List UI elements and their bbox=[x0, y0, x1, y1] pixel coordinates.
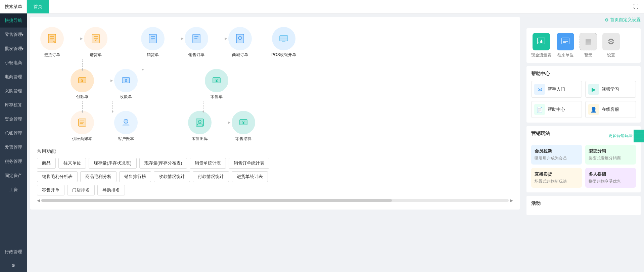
scroll-track[interactable] bbox=[41, 199, 509, 202]
func-btn-stock-dist[interactable]: 现存量(库存分布表) bbox=[139, 158, 187, 169]
sale-bill-icon bbox=[141, 27, 165, 50]
retail-bill-icon: ¥ bbox=[205, 69, 228, 92]
none-label: 暂无 bbox=[584, 52, 592, 58]
sidebar-item-fixed-assets[interactable]: 固定资产 bbox=[0, 169, 27, 183]
top-right: ⛶ bbox=[631, 2, 644, 11]
quick-icon-none[interactable]: ▦ 暂无 bbox=[580, 33, 597, 58]
svg-rect-19 bbox=[236, 34, 244, 43]
main-layout: 快捷导航 零售管理 ▼ 批发管理 ▼ 小畅电商 电商管理 采购管理 库存核算 资… bbox=[0, 13, 644, 272]
sidebar-item-ecom-mgmt[interactable]: 电商管理 bbox=[0, 70, 27, 84]
video-label: 视频学习 bbox=[602, 86, 619, 92]
func-btn-purchase-stat[interactable]: 进货单统计表 bbox=[232, 171, 268, 182]
quick-icons-row: 现金流量表 往来单位 ▦ 暂无 bbox=[531, 33, 636, 58]
arrow-pay-recv bbox=[97, 81, 111, 81]
pos-cashier-node: POS收银开单 bbox=[269, 27, 299, 58]
sidebar-item-quick-nav[interactable]: 快捷导航 bbox=[0, 13, 27, 28]
flow-row-1: 进货订单 ¥ 进货单 bbox=[37, 27, 513, 58]
svg-text:¥: ¥ bbox=[81, 78, 84, 83]
func-btn-related-unit[interactable]: 往来单位 bbox=[58, 158, 86, 169]
fullscreen-button[interactable]: ⛶ bbox=[631, 2, 641, 11]
sidebar-item-fund-mgmt[interactable]: 资金管理 bbox=[0, 112, 27, 126]
func-btn-stock-status[interactable]: 现存量(库存状况表) bbox=[89, 158, 137, 169]
service-icon: 👤 bbox=[588, 104, 599, 115]
v-spacer-4 bbox=[188, 59, 218, 69]
sidebar-item-invoice-mgmt[interactable]: 发票管理 bbox=[0, 140, 27, 154]
help-item-beginner[interactable]: ✉ 新手入门 bbox=[531, 81, 582, 98]
func-btn-sale-rank[interactable]: 销售排行榜 bbox=[119, 171, 151, 182]
retail-bill-label: 零售单 bbox=[211, 94, 223, 100]
sidebar-settings-button[interactable]: ⚙ bbox=[0, 259, 27, 272]
flow-row-2: ¥ 付款单 ¥ 收款单 bbox=[37, 69, 513, 100]
sidebar-item-more-mgmt[interactable]: 行政管理 bbox=[0, 245, 27, 259]
func-btn-sale-stat[interactable]: 销货单统计表 bbox=[190, 158, 226, 169]
marketing-member[interactable]: 会员拉新 吸引用户成为会员 bbox=[531, 145, 582, 165]
sale-bill-label: 销货单 bbox=[147, 52, 159, 58]
func-btn-guide-rank[interactable]: 导购排名 bbox=[97, 185, 125, 195]
scroll-right-arrow[interactable]: ▶ bbox=[510, 198, 513, 203]
quick-icon-related-unit[interactable]: 往来单位 bbox=[557, 33, 574, 58]
arrow-out-settle bbox=[215, 123, 228, 123]
sidebar-item-label: 税务管理 bbox=[5, 158, 22, 165]
sidebar-item-small-ecom[interactable]: 小畅电商 bbox=[0, 56, 27, 70]
v-arrow-retail bbox=[188, 101, 218, 111]
quick-icon-cash-flow[interactable]: 现金流量表 bbox=[531, 33, 551, 58]
purchase-bill-label: 进货单 bbox=[90, 52, 102, 58]
none-icon: ▦ bbox=[585, 37, 592, 46]
func-btn-receipt-stat[interactable]: 收款情况统计 bbox=[154, 171, 190, 182]
sidebar-item-stock-audit[interactable]: 库存核算 bbox=[0, 98, 27, 112]
help-item-video[interactable]: ▶ 视频学习 bbox=[585, 81, 636, 98]
chevron-down-icon: ▼ bbox=[21, 33, 24, 37]
func-btn-sale-order-stat[interactable]: 销售订单统计表 bbox=[229, 158, 269, 169]
sidebar-item-retail-mgmt[interactable]: 零售管理 ▼ bbox=[0, 28, 27, 42]
quick-icon-settings[interactable]: ⚙ 设置 bbox=[602, 33, 620, 58]
beginner-icon: ✉ bbox=[534, 84, 545, 95]
fission-sub: 裂变式发展分销商 bbox=[589, 155, 633, 161]
marketing-fission[interactable]: 裂变分销 裂变式发展分销商 bbox=[585, 145, 636, 165]
func-btn-goods-profit[interactable]: 商品毛利分析 bbox=[80, 171, 117, 182]
video-icon: ▶ bbox=[588, 84, 599, 95]
scroll-thumb bbox=[41, 199, 392, 202]
tab-home[interactable]: 首页 bbox=[27, 0, 49, 13]
sidebar-item-label: 小畅电商 bbox=[5, 60, 22, 66]
group-title: 多人拼团 bbox=[589, 171, 633, 177]
sidebar-item-label: 总账管理 bbox=[5, 130, 22, 136]
float-btn-desktop[interactable]: 桌面快捷 bbox=[634, 138, 644, 142]
help-item-help[interactable]: 📄 帮助中心 bbox=[531, 101, 582, 118]
func-buttons-row2: 销售毛利分析表 商品毛利分析 销售排行榜 收款情况统计 付款情况统计 进货单统计… bbox=[37, 171, 513, 182]
func-btn-payment-stat[interactable]: 付款情况统计 bbox=[193, 171, 229, 182]
sidebar-item-purchase-mgmt[interactable]: 采购管理 bbox=[0, 84, 27, 98]
mall-order-node: 商城订单 bbox=[225, 27, 255, 58]
float-btn-community[interactable]: 服务社区 bbox=[634, 134, 644, 138]
sidebar-item-wholesale-mgmt[interactable]: 批发管理 ▼ bbox=[0, 42, 27, 56]
func-btn-store-rank[interactable]: 门店排名 bbox=[67, 185, 95, 195]
more-marketing-link[interactable]: 更多营销玩法 > bbox=[608, 133, 636, 139]
retail-outbound-icon bbox=[188, 111, 212, 134]
sidebar-item-general-ledger[interactable]: 总账管理 bbox=[0, 126, 27, 140]
func-btn-retail-open[interactable]: 零售开单 bbox=[37, 185, 64, 195]
sale-order-icon bbox=[185, 27, 208, 50]
marketing-group[interactable]: 多人拼团 拼团购物享受优惠 bbox=[585, 168, 636, 188]
receipt-label: 收款单 bbox=[120, 94, 132, 100]
func-btn-sale-profit[interactable]: 销售毛利分析表 bbox=[37, 171, 78, 182]
purchase-order-icon bbox=[40, 27, 64, 50]
help-item-service[interactable]: 👤 在线客服 bbox=[585, 101, 636, 118]
payment-label: 付款单 bbox=[76, 94, 88, 100]
sale-bill-node: 销货单 bbox=[138, 27, 168, 58]
scroll-left-arrow[interactable]: ◀ bbox=[37, 198, 40, 203]
svg-rect-53 bbox=[562, 38, 569, 44]
group-sub: 拼团购物享受优惠 bbox=[589, 179, 633, 184]
sale-order-node: 销售订单 bbox=[181, 27, 212, 58]
search-menu[interactable]: 搜索菜单 bbox=[0, 0, 27, 13]
v-arrow-recv bbox=[97, 101, 128, 111]
svg-rect-15 bbox=[193, 34, 200, 43]
marketing-live[interactable]: 直播卖货 场景式购物新玩法 bbox=[531, 168, 582, 188]
v-arrows-row1 bbox=[37, 59, 513, 69]
sidebar-item-label: 固定资产 bbox=[5, 173, 22, 179]
supplier-account-label: 供应商账本 bbox=[72, 136, 92, 142]
sidebar-item-tax-mgmt[interactable]: 税务管理 bbox=[0, 154, 27, 169]
func-btn-goods[interactable]: 商品 bbox=[37, 158, 56, 169]
supplier-account-icon bbox=[71, 111, 94, 134]
float-btn-service[interactable]: 客服热线 bbox=[634, 130, 644, 134]
sidebar-item-salary[interactable]: 工资 bbox=[0, 183, 27, 197]
customize-settings-link[interactable]: ⚙ 首页自定义设置 bbox=[526, 17, 641, 23]
